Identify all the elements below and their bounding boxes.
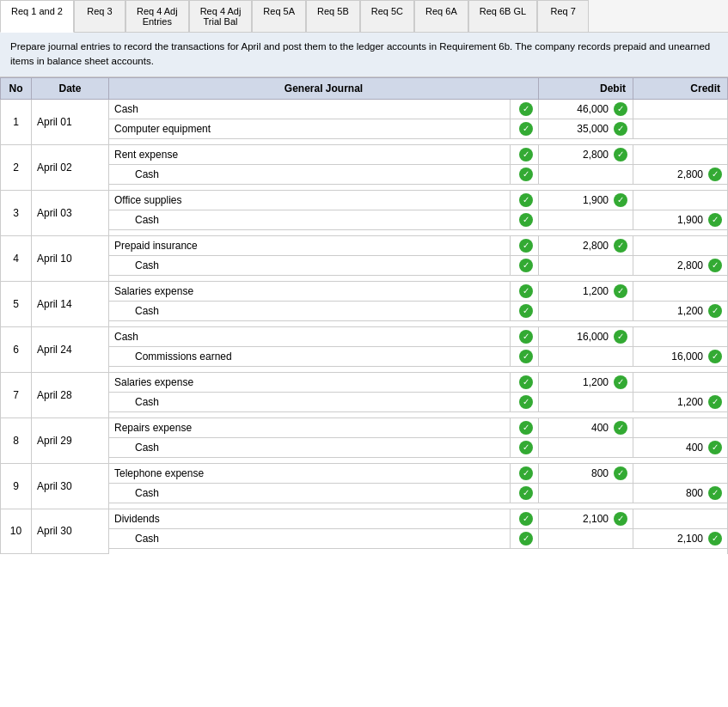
debit-cell[interactable]: 35,000 ✓	[539, 119, 633, 138]
table-row: 6 April 24 Cash ✓ 16,000 ✓	[1, 326, 728, 346]
debit-cell[interactable]: 1,200 ✓	[539, 372, 633, 392]
entry-desc[interactable]: Cash	[109, 164, 511, 184]
entry-date: April 03	[32, 190, 109, 235]
credit-cell	[633, 281, 728, 301]
check-cell[interactable]: ✓	[511, 483, 539, 503]
entry-desc[interactable]: Rent expense	[109, 144, 511, 164]
check-cell[interactable]: ✓	[511, 301, 539, 320]
credit-cell[interactable]: 2,100 ✓	[633, 528, 728, 548]
check-cell[interactable]: ✓	[511, 235, 539, 255]
tab-req4adj-entries[interactable]: Req 4 AdjEntries	[125, 0, 189, 32]
entry-desc[interactable]: Repairs expense	[109, 417, 511, 437]
entry-desc[interactable]: Cash	[109, 210, 511, 229]
credit-cell[interactable]: 2,800 ✓	[633, 164, 728, 184]
check-cell[interactable]: ✓	[511, 144, 539, 164]
tab-req1and2[interactable]: Req 1 and 2	[0, 0, 74, 33]
header-date: Date	[32, 77, 109, 99]
journal-table: No Date General Journal Debit Credit 1 A…	[0, 77, 728, 555]
check-cell[interactable]: ✓	[511, 255, 539, 275]
debit-cell[interactable]: 400 ✓	[539, 417, 633, 437]
debit-cell[interactable]: 1,200 ✓	[539, 281, 633, 301]
tab-req5c[interactable]: Req 5C	[360, 0, 414, 32]
header-no: No	[1, 77, 32, 99]
credit-cell[interactable]: 1,900 ✓	[633, 210, 728, 229]
credit-cell[interactable]: 2,800 ✓	[633, 255, 728, 275]
entry-no: 3	[1, 190, 32, 235]
tab-req5b[interactable]: Req 5B	[306, 0, 360, 32]
entry-desc[interactable]: Cash	[109, 483, 511, 503]
entry-desc[interactable]: Cash	[109, 392, 511, 411]
tab-req6b-gl[interactable]: Req 6B GL	[468, 0, 537, 32]
check-cell[interactable]: ✓	[511, 119, 539, 138]
debit-cell[interactable]: 2,100 ✓	[539, 509, 633, 528]
debit-cell[interactable]: 46,000 ✓	[539, 99, 633, 119]
credit-cell	[633, 190, 728, 210]
table-row: Cash ✓ 1,200 ✓	[1, 392, 728, 411]
check-cell[interactable]: ✓	[511, 99, 539, 119]
entry-desc[interactable]: Prepaid insurance	[109, 235, 511, 255]
entry-desc[interactable]: Commissions earned	[109, 346, 511, 366]
table-row: Commissions earned ✓ 16,000 ✓	[1, 346, 728, 366]
entry-no: 6	[1, 326, 32, 372]
entry-no: 5	[1, 281, 32, 326]
entry-desc[interactable]: Cash	[109, 528, 511, 548]
debit-cell[interactable]: 16,000 ✓	[539, 326, 633, 346]
entry-desc[interactable]: Cash	[109, 326, 511, 346]
check-cell[interactable]: ✓	[511, 463, 539, 483]
entry-desc[interactable]: Cash	[109, 301, 511, 320]
credit-cell[interactable]: 400 ✓	[633, 437, 728, 457]
entry-desc[interactable]: Cash	[109, 255, 511, 275]
debit-cell[interactable]: 800 ✓	[539, 463, 633, 483]
entry-date: April 24	[32, 326, 109, 372]
check-cell[interactable]: ✓	[511, 190, 539, 210]
credit-cell[interactable]: 1,200 ✓	[633, 392, 728, 411]
check-cell[interactable]: ✓	[511, 281, 539, 301]
credit-cell[interactable]: 800 ✓	[633, 483, 728, 503]
check-cell[interactable]: ✓	[511, 346, 539, 366]
check-cell[interactable]: ✓	[511, 164, 539, 184]
entry-desc[interactable]: Cash	[109, 437, 511, 457]
check-cell[interactable]: ✓	[511, 417, 539, 437]
check-cell[interactable]: ✓	[511, 392, 539, 411]
header-debit: Debit	[539, 77, 633, 99]
entry-date: April 29	[32, 417, 109, 463]
tab-req6a[interactable]: Req 6A	[414, 0, 468, 32]
debit-cell[interactable]: 2,800 ✓	[539, 235, 633, 255]
check-icon: ✓	[708, 395, 722, 409]
check-cell[interactable]: ✓	[511, 528, 539, 548]
debit-cell[interactable]: 1,900 ✓	[539, 190, 633, 210]
table-row: 8 April 29 Repairs expense ✓ 400 ✓	[1, 417, 728, 437]
entry-desc[interactable]: Cash	[109, 99, 511, 119]
check-cell[interactable]: ✓	[511, 437, 539, 457]
table-row: Cash ✓ 800 ✓	[1, 483, 728, 503]
credit-cell[interactable]: 16,000 ✓	[633, 346, 728, 366]
entry-desc[interactable]: Salaries expense	[109, 281, 511, 301]
entry-desc[interactable]: Computer equipment	[109, 119, 511, 138]
entry-no: 10	[1, 509, 32, 554]
credit-cell[interactable]: 1,200 ✓	[633, 301, 728, 320]
entry-desc[interactable]: Telephone expense	[109, 463, 511, 483]
entry-date: April 10	[32, 235, 109, 281]
entry-desc[interactable]: Salaries expense	[109, 372, 511, 392]
check-cell[interactable]: ✓	[511, 326, 539, 346]
check-cell[interactable]: ✓	[511, 210, 539, 229]
spacer-row	[1, 138, 728, 144]
spacer-row	[1, 229, 728, 235]
check-cell[interactable]: ✓	[511, 509, 539, 528]
check-icon: ✓	[614, 375, 627, 389]
entry-no: 1	[1, 99, 32, 144]
table-row: Cash ✓ 1,900 ✓	[1, 210, 728, 229]
entry-desc[interactable]: Office supplies	[109, 190, 511, 210]
check-icon: ✓	[614, 148, 627, 162]
debit-cell[interactable]: 2,800 ✓	[539, 144, 633, 164]
check-icon: ✓	[519, 512, 533, 526]
tab-req7[interactable]: Req 7	[537, 0, 589, 32]
check-icon: ✓	[708, 350, 722, 363]
tab-req3[interactable]: Req 3	[74, 0, 125, 32]
tab-req4adj-trial[interactable]: Req 4 AdjTrial Bal	[189, 0, 253, 32]
tab-req5a[interactable]: Req 5A	[252, 0, 306, 32]
check-icon: ✓	[614, 421, 627, 435]
entry-desc[interactable]: Dividends	[109, 509, 511, 528]
table-row: Cash ✓ 2,100 ✓	[1, 528, 728, 548]
check-cell[interactable]: ✓	[511, 372, 539, 392]
